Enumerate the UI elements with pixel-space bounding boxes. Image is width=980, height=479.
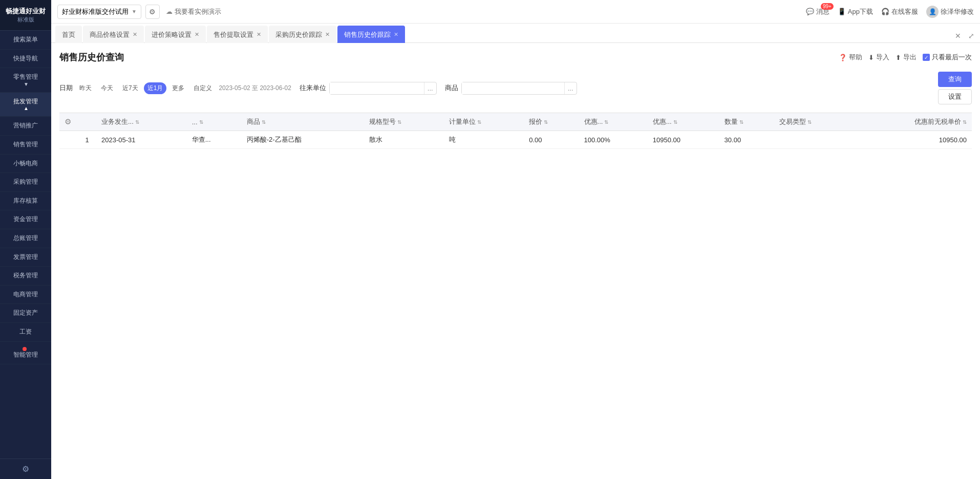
product-input[interactable] — [462, 82, 564, 94]
sidebar: 畅捷通好业财 标准版 搜索菜单 快捷导航 零售管理 ▼ 批发管理 ▲ 营销推广 … — [0, 0, 51, 479]
query-button[interactable]: 查询 — [938, 72, 972, 87]
tab-close-icon[interactable]: ✕ — [257, 31, 261, 38]
date-buttons: 昨天 今天 近7天 近1月 更多 自定义 — [76, 82, 216, 94]
sidebar-gear-icon[interactable]: ⚙ — [22, 464, 29, 474]
date-btn-more[interactable]: 更多 — [168, 82, 188, 94]
user-icon: 👤 — [929, 8, 936, 15]
topbar-gear-button[interactable]: ⚙ — [145, 5, 160, 19]
message-button[interactable]: 💬 消息 99+ — [806, 7, 829, 16]
cloud-icon: ☁ — [166, 8, 173, 15]
sidebar-item-assets[interactable]: 固定资产 — [0, 304, 51, 323]
tab-purchase-history[interactable]: 采购历史价跟踪 ✕ — [269, 26, 336, 43]
sidebar-item-salary[interactable]: 工资 — [0, 323, 51, 342]
help-button[interactable]: ❓ 帮助 — [839, 53, 862, 62]
sidebar-item-wholesale[interactable]: 批发管理 ▲ — [0, 93, 51, 117]
sidebar-item-tax[interactable]: 税务管理 — [0, 267, 51, 286]
maximize-window-button[interactable]: ⤢ — [967, 31, 976, 40]
app-name: 畅捷通好业财 — [6, 7, 46, 16]
tab-close-icon[interactable]: ✕ — [325, 31, 330, 38]
app-download-button[interactable]: 📱 App下载 — [838, 7, 873, 16]
sort-icon: ⇅ — [739, 119, 743, 125]
sidebar-item-quicknav[interactable]: 快捷导航 — [0, 50, 51, 69]
tab-purchase-strategy[interactable]: 进价策略设置 ✕ — [145, 26, 206, 43]
col-pretax-price[interactable]: 优惠前无税单价 ⇅ — [854, 113, 972, 131]
sort-icon: ⇅ — [544, 119, 548, 125]
sidebar-item-ecommerce-small[interactable]: 小畅电商 — [0, 155, 51, 173]
col-quantity-label: 数量 — [725, 117, 738, 126]
export-label: 导出 — [903, 53, 917, 62]
product-input-group: ... — [461, 82, 577, 95]
filter-actions: 查询 设置 — [938, 72, 972, 104]
date-btn-1month[interactable]: 近1月 — [144, 82, 167, 94]
online-service-button[interactable]: 🎧 在线客服 — [881, 7, 918, 16]
col-product[interactable]: 商品 ⇅ — [242, 113, 364, 131]
col-more[interactable]: ... ⇅ — [187, 113, 242, 131]
table-row: 1 2023-05-31 华查... 丙烯酸-2-乙基己酯 散水 吨 0.00 … — [59, 131, 972, 149]
sidebar-item-finance[interactable]: 资金管理 — [0, 210, 51, 229]
user-button[interactable]: 👤 徐泽华修改 — [926, 6, 974, 18]
col-product-label: 商品 — [247, 117, 260, 126]
help-label: 帮助 — [849, 53, 862, 62]
from-unit-filter-group: 往来单位 ... — [300, 82, 437, 95]
product-dots-button[interactable]: ... — [564, 82, 577, 94]
date-range-display: 2023-05-02 至 2023-06-02 — [219, 84, 291, 93]
close-window-button[interactable]: ✕ — [953, 31, 963, 40]
from-unit-input-group: ... — [329, 82, 437, 95]
version-selector[interactable]: 好业财标准版交付试用 ▼ — [57, 5, 141, 19]
tab-price-setting[interactable]: 商品价格设置 ✕ — [83, 26, 144, 43]
col-spec[interactable]: 规格型号 ⇅ — [364, 113, 444, 131]
wholesale-arrow: ▲ — [24, 105, 29, 111]
date-btn-custom[interactable]: 自定义 — [190, 82, 216, 94]
only-last-checkbox[interactable]: 只看最后一次 — [923, 53, 972, 62]
col-price[interactable]: 报价 ⇅ — [524, 113, 579, 131]
sidebar-item-smart[interactable]: 智能管理 — [0, 342, 51, 365]
col-unit[interactable]: 计量单位 ⇅ — [444, 113, 524, 131]
col-biz-date[interactable]: 业务发生... ⇅ — [96, 113, 187, 131]
row-spec-cell: 散水 — [364, 131, 444, 149]
tab-home[interactable]: 首页 — [55, 26, 82, 43]
row-gear-cell — [59, 131, 78, 149]
date-btn-today[interactable]: 今天 — [97, 82, 117, 94]
date-label: 日期 — [59, 83, 73, 93]
tab-price-setting-label: 商品价格设置 — [90, 30, 130, 39]
tab-purchase-history-label: 采购历史价跟踪 — [275, 30, 322, 39]
sidebar-item-invoice[interactable]: 发票管理 — [0, 248, 51, 267]
tab-close-icon[interactable]: ✕ — [394, 31, 398, 38]
table-gear-icon[interactable]: ⚙ — [65, 117, 71, 126]
sidebar-item-purchase[interactable]: 采购管理 — [0, 173, 51, 192]
tab-sales-history[interactable]: 销售历史价跟踪 ✕ — [337, 26, 405, 43]
date-btn-yesterday[interactable]: 昨天 — [76, 82, 95, 94]
sidebar-item-inventory[interactable]: 库存核算 — [0, 192, 51, 211]
tab-close-icon[interactable]: ✕ — [195, 31, 199, 38]
row-biz-date-cell: 2023-05-31 — [96, 131, 187, 149]
col-trans-type[interactable]: 交易类型 ⇅ — [774, 113, 854, 131]
sidebar-item-retail[interactable]: 零售管理 ▼ — [0, 68, 51, 93]
sidebar-item-marketing[interactable]: 营销推广 — [0, 117, 51, 136]
export-button[interactable]: ⬆ 导出 — [896, 53, 917, 62]
app-version: 标准版 — [17, 16, 34, 24]
sidebar-item-ledger[interactable]: 总账管理 — [0, 229, 51, 248]
phone-icon: 📱 — [838, 8, 846, 15]
import-button[interactable]: ⬇ 导入 — [868, 53, 889, 62]
col-discount2[interactable]: 优惠... ⇅ — [648, 113, 719, 131]
table-settings-button[interactable]: 设置 — [938, 89, 972, 104]
row-price-cell: 0.00 — [524, 131, 579, 149]
col-quantity[interactable]: 数量 ⇅ — [719, 113, 774, 131]
help-icon: ❓ — [839, 54, 847, 61]
tab-close-icon[interactable]: ✕ — [133, 31, 137, 38]
col-discount1[interactable]: 优惠... ⇅ — [579, 113, 648, 131]
tab-sales-history-label: 销售历史价跟踪 — [344, 30, 391, 39]
sidebar-item-search[interactable]: 搜索菜单 — [0, 31, 51, 50]
demo-label: 我要看实例演示 — [175, 7, 221, 16]
checkbox-checked-icon — [923, 54, 930, 61]
sidebar-item-sales[interactable]: 销售管理 — [0, 136, 51, 155]
row-num-cell: 1 — [78, 131, 96, 149]
avatar: 👤 — [926, 6, 939, 18]
tab-sales-price-extract[interactable]: 售价提取设置 ✕ — [207, 26, 268, 43]
from-unit-dots-button[interactable]: ... — [424, 82, 436, 94]
from-unit-input[interactable] — [330, 82, 424, 94]
col-unit-label: 计量单位 — [449, 117, 476, 126]
demo-link[interactable]: ☁ 我要看实例演示 — [166, 7, 221, 16]
sidebar-item-ecommerce[interactable]: 电商管理 — [0, 286, 51, 304]
date-btn-7days[interactable]: 近7天 — [119, 82, 142, 94]
